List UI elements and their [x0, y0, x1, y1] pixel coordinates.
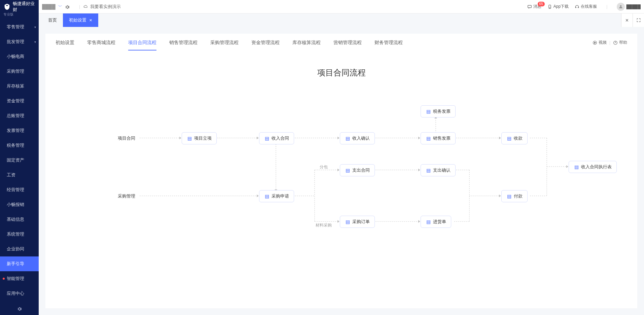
video-button[interactable]: 视频	[593, 40, 607, 45]
separator: |	[606, 4, 607, 9]
svg-rect-0	[528, 5, 531, 7]
tab-home-label: 首页	[48, 17, 57, 23]
subtab-item[interactable]: 库存核算流程	[292, 40, 321, 50]
sidebar-item[interactable]: 智能管理	[0, 271, 39, 286]
sidebar-item[interactable]: 批发管理▾	[0, 34, 39, 49]
gear-icon	[65, 5, 70, 9]
sidebar-item-label: 经营管理	[7, 187, 24, 193]
sidebar-item[interactable]: 应用中心	[0, 286, 39, 301]
subtab-item[interactable]: 初始设置	[56, 40, 74, 50]
app-download-button[interactable]: App下载	[547, 4, 569, 9]
company-name: ████	[42, 4, 56, 9]
node-label: 收入确认	[352, 135, 370, 141]
node-expense-confirm[interactable]: ▤支出确认	[421, 164, 456, 176]
sidebar-item[interactable]: 工资	[0, 168, 39, 182]
chevron-down-icon: ▾	[34, 25, 36, 29]
sidebar-item[interactable]: 总账管理	[0, 108, 39, 123]
sidebar-item-label: 新手引导	[7, 261, 24, 267]
sidebar-item[interactable]: 发票管理	[0, 123, 39, 138]
cloud-icon	[83, 4, 88, 9]
sidebar-item-label: 总账管理	[7, 113, 24, 119]
subtab-item[interactable]: 零售商城流程	[87, 40, 115, 50]
fullscreen-button[interactable]	[633, 13, 644, 27]
close-tab-button[interactable]: ✕	[621, 13, 633, 27]
node-label: 支出确认	[433, 167, 451, 173]
sidebar-item[interactable]: 零售管理▾	[0, 20, 39, 34]
node-payment[interactable]: ▤付款	[501, 190, 528, 202]
node-purchase-order[interactable]: ▤采购订单	[340, 216, 375, 228]
node-sales-invoice[interactable]: ▤销售发票	[421, 132, 456, 144]
svg-point-2	[549, 7, 550, 8]
app-name: 畅捷通好业财	[13, 1, 39, 13]
messages-button[interactable]: 消息 65	[527, 4, 541, 9]
app-download-label: App下载	[553, 4, 569, 9]
sidebar-item[interactable]: 税务管理	[0, 138, 39, 153]
node-income-contract[interactable]: ▤收入合同	[259, 132, 294, 144]
subtab-item[interactable]: 采购管理流程	[210, 40, 239, 50]
sidebar-item-label: 库存核算	[7, 83, 24, 89]
flow-area: 项目合同流程	[45, 57, 637, 308]
help-label: 帮助	[619, 40, 627, 45]
sidebar: 畅捷通好业财 专业版 零售管理▾批发管理▾小畅电商采购管理库存核算资金管理总账管…	[0, 0, 39, 315]
flow-title: 项目合同流程	[45, 67, 637, 78]
node-label: 进货单	[433, 219, 446, 225]
subtab-item[interactable]: 财务管理流程	[374, 40, 403, 50]
sidebar-settings-button[interactable]	[0, 303, 39, 315]
sidebar-item-label: 应用中心	[7, 290, 24, 296]
node-label: 税务发票	[433, 108, 451, 114]
flow-connectors	[45, 57, 637, 308]
header-settings-button[interactable]	[65, 4, 70, 9]
user-name: █████	[626, 4, 641, 9]
sidebar-item-label: 系统管理	[7, 231, 24, 237]
sidebar-item[interactable]: 经营管理	[0, 182, 39, 197]
subtab-item[interactable]: 项目合同流程	[128, 40, 156, 50]
tab-initial-settings-label: 初始设置	[69, 17, 86, 23]
sidebar-item[interactable]: 资金管理	[0, 94, 39, 108]
node-label: 付款	[514, 193, 523, 199]
subtab-item[interactable]: 销售管理流程	[169, 40, 198, 50]
help-button[interactable]: 帮助	[613, 40, 627, 45]
node-receipt[interactable]: ▤收款	[501, 132, 528, 144]
notification-dot	[3, 278, 5, 280]
sidebar-item[interactable]: 固定资产	[0, 153, 39, 168]
sidebar-item-label: 零售管理	[7, 24, 24, 30]
expand-icon	[636, 18, 641, 23]
node-expense-contract[interactable]: ▤支出合同	[340, 164, 375, 176]
sidebar-item-label: 资金管理	[7, 98, 24, 104]
demo-label: 我要看实例演示	[90, 4, 121, 10]
sidebar-item[interactable]: 小畅报销	[0, 197, 39, 212]
edition-label: 专业版	[0, 12, 39, 17]
sidebar-item[interactable]: 库存核算	[0, 79, 39, 94]
logo-icon	[3, 3, 11, 10]
video-label: 视频	[599, 40, 607, 45]
node-purchase-request[interactable]: ▤采购申请	[259, 190, 294, 202]
node-label: 销售发票	[433, 135, 451, 141]
node-tax-invoice[interactable]: ▤税务发票	[421, 105, 456, 117]
label-subcontract: 分包	[320, 164, 328, 170]
sidebar-item[interactable]: 系统管理	[0, 227, 39, 242]
tab-initial-settings[interactable]: 初始设置 ✕	[63, 13, 98, 27]
demo-link[interactable]: 我要看实例演示	[83, 4, 121, 10]
sidebar-item[interactable]: 企业协同	[0, 242, 39, 256]
sidebar-item-label: 固定资产	[7, 157, 24, 163]
node-goods-receipt[interactable]: ▤进货单	[421, 216, 451, 228]
sidebar-item[interactable]: 小畅电商	[0, 49, 39, 64]
user-menu[interactable]: █████	[617, 3, 641, 11]
node-income-confirm[interactable]: ▤收入确认	[340, 132, 375, 144]
subtab-item[interactable]: 营销管理流程	[333, 40, 362, 50]
online-service-button[interactable]: 在线客服	[575, 4, 597, 9]
company-selector[interactable]: ████	[42, 4, 56, 9]
svg-point-3	[620, 5, 622, 7]
sidebar-item[interactable]: 基础信息	[0, 212, 39, 227]
node-label: 收入合同	[272, 135, 289, 141]
subtab-item[interactable]: 资金管理流程	[251, 40, 280, 50]
tab-home[interactable]: 首页	[42, 13, 63, 27]
sidebar-item[interactable]: 采购管理	[0, 64, 39, 79]
node-income-exec-report[interactable]: ▤收入合同执行表	[569, 161, 617, 173]
sidebar-menu: 零售管理▾批发管理▾小畅电商采购管理库存核算资金管理总账管理发票管理税务管理固定…	[0, 20, 39, 301]
separator: |	[609, 40, 610, 45]
sidebar-item[interactable]: 新手引导	[0, 256, 39, 271]
close-icon[interactable]: ✕	[89, 18, 92, 23]
play-icon	[593, 40, 597, 45]
node-project-establish[interactable]: ▤项目立项	[182, 132, 217, 144]
